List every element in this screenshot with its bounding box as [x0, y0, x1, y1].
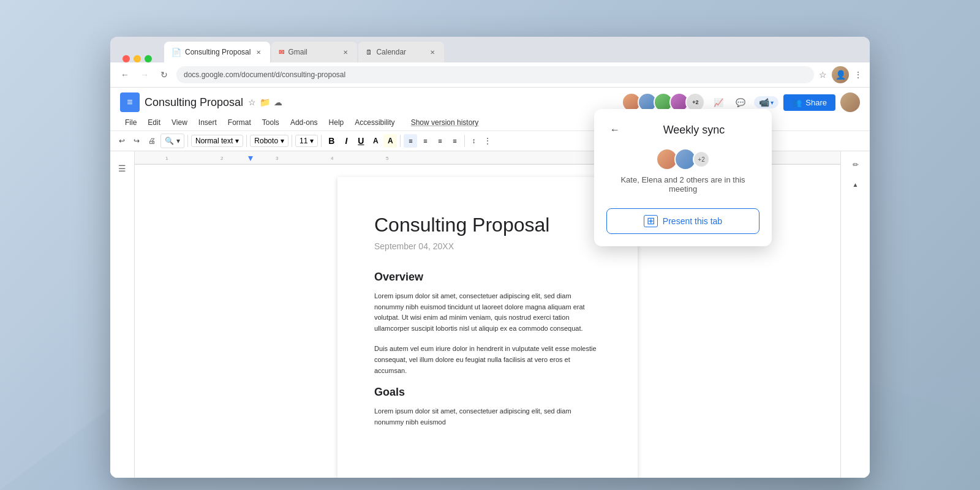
traffic-lights	[115, 55, 159, 62]
activity-icon[interactable]: 📈	[710, 94, 727, 111]
more-options-button[interactable]: ⋮	[480, 134, 495, 148]
docs-right-toolbar: ✏ ▲	[840, 151, 870, 478]
menu-file[interactable]: File	[120, 116, 141, 129]
document-page: Consulting Proposal September 04, 20XX O…	[337, 177, 638, 478]
underline-button[interactable]: U	[354, 134, 368, 148]
svg-text:4: 4	[331, 156, 334, 161]
meet-popup-avatars: +2	[606, 148, 760, 170]
print-button[interactable]: 🖨	[145, 134, 159, 148]
align-justify-button[interactable]: ≡	[448, 134, 461, 148]
text-color-button[interactable]: A	[369, 134, 382, 148]
docs-left-sidebar: ☰	[110, 151, 135, 478]
bookmark-icon[interactable]: ☆	[819, 70, 827, 80]
user-profile-avatar[interactable]	[840, 92, 860, 112]
tab-calendar[interactable]: 🗓 Calendar ✕	[358, 42, 444, 62]
meet-popup-back-button[interactable]: ←	[606, 121, 624, 138]
tab-gmail-label: Gmail	[288, 48, 307, 56]
url-text: docs.google.com/document/d/consulting-pr…	[184, 70, 345, 79]
toolbar-separator-6	[464, 135, 465, 147]
font-label: Roboto	[254, 137, 278, 145]
forward-button[interactable]: →	[137, 67, 152, 82]
style-select[interactable]: Normal text ▾	[191, 135, 243, 147]
tab-calendar-close[interactable]: ✕	[428, 48, 437, 56]
collapse-button[interactable]: ▲	[847, 176, 864, 193]
align-center-button[interactable]: ≡	[418, 134, 432, 148]
cloud-icon[interactable]: ☁	[274, 97, 282, 107]
calendar-favicon: 🗓	[366, 48, 372, 56]
tab-docs-close[interactable]: ✕	[254, 48, 263, 56]
document-main-title: Consulting Proposal	[374, 214, 601, 236]
meet-popup-description: Kate, Elena and 2 others are in this mee…	[606, 175, 760, 194]
zoom-select[interactable]: 🔍 ▾	[160, 134, 184, 148]
meet-avatar-count: +2	[693, 151, 710, 168]
fontsize-label: 11	[300, 137, 307, 145]
overview-paragraph-1: Lorem ipsum dolor sit amet, consectetuer…	[374, 291, 601, 334]
line-spacing-button[interactable]: ↕	[468, 134, 479, 148]
bold-button[interactable]: B	[325, 134, 338, 148]
document-date: September 04, 20XX	[374, 241, 601, 251]
toolbar-separator-4	[321, 135, 322, 147]
address-bar: ← → ↻ docs.google.com/document/d/consult…	[110, 62, 870, 88]
tab-gmail-close[interactable]: ✕	[341, 48, 350, 56]
present-tab-button[interactable]: ⊞ Present this tab	[606, 208, 760, 234]
folder-icon[interactable]: 📁	[260, 97, 270, 107]
redo-button[interactable]: ↪	[130, 134, 143, 148]
fontsize-select[interactable]: 11 ▾	[295, 135, 318, 147]
menu-help[interactable]: Help	[324, 116, 349, 129]
browser-menu-icon[interactable]: ⋮	[854, 70, 862, 80]
url-bar[interactable]: docs.google.com/document/d/consulting-pr…	[176, 66, 814, 83]
meet-button[interactable]: 📹 ▾	[754, 96, 778, 108]
menu-tools[interactable]: Tools	[257, 116, 284, 129]
present-btn-label: Present this tab	[663, 216, 722, 226]
tab-docs[interactable]: 📄 Consulting Proposal ✕	[164, 42, 270, 62]
docs-app-icon: ≡	[120, 92, 140, 112]
goals-paragraph-1: Lorem ipsum dolor sit amet, consectetuer…	[374, 406, 601, 428]
zoom-icon: 🔍	[165, 137, 174, 145]
meet-popup: ← Weekly sync +2 Kate, Elena and 2 other…	[594, 109, 772, 246]
close-button[interactable]	[123, 55, 130, 62]
minimize-button[interactable]	[134, 55, 141, 62]
meet-popup-title: Weekly sync	[628, 124, 760, 137]
meet-popup-header: ← Weekly sync	[606, 121, 760, 138]
toolbar-separator-2	[246, 135, 247, 147]
align-left-button[interactable]: ≡	[404, 134, 417, 148]
version-history-button[interactable]: Show version history	[411, 118, 479, 127]
share-icon: 👥	[792, 98, 802, 107]
highlight-button[interactable]: A	[383, 134, 397, 148]
toolbar-separator-1	[187, 135, 188, 147]
refresh-button[interactable]: ↻	[157, 67, 172, 82]
italic-button[interactable]: I	[339, 134, 353, 148]
docs-title-icons: ☆ 📁 ☁	[248, 97, 282, 107]
svg-text:1: 1	[165, 156, 168, 161]
overview-paragraph-2: Duis autem vel eum iriure dolor in hendr…	[374, 344, 601, 376]
edit-mode-button[interactable]: ✏	[847, 156, 864, 173]
fontsize-dropdown-icon: ▾	[310, 137, 314, 145]
undo-button[interactable]: ↩	[115, 134, 129, 148]
menu-view[interactable]: View	[167, 116, 192, 129]
outline-icon[interactable]: ☰	[115, 161, 130, 176]
align-right-button[interactable]: ≡	[433, 134, 447, 148]
menu-format[interactable]: Format	[223, 116, 256, 129]
meet-dropdown-icon: ▾	[771, 99, 774, 106]
svg-text:5: 5	[386, 156, 389, 161]
style-label: Normal text	[195, 137, 233, 145]
menu-edit[interactable]: Edit	[143, 116, 165, 129]
back-button[interactable]: ←	[118, 67, 132, 82]
menu-insert[interactable]: Insert	[194, 116, 222, 129]
document-title[interactable]: Consulting Proposal	[145, 96, 243, 109]
meet-icon: 📹	[759, 97, 769, 107]
tab-docs-label: Consulting Proposal	[185, 48, 251, 56]
browser-profile-avatar[interactable]: 👤	[832, 66, 849, 83]
font-select[interactable]: Roboto ▾	[250, 135, 288, 147]
comments-icon[interactable]: 💬	[732, 94, 749, 111]
maximize-button[interactable]	[145, 55, 152, 62]
browser-window: 📄 Consulting Proposal ✕ ✉ Gmail ✕ 🗓 Cale…	[110, 37, 870, 478]
docs-favicon: 📄	[172, 48, 181, 57]
menu-accessibility[interactable]: Accessibility	[350, 116, 399, 129]
star-icon[interactable]: ☆	[248, 97, 256, 107]
tab-gmail[interactable]: ✉ Gmail ✕	[271, 42, 357, 62]
share-button[interactable]: 👥 Share	[783, 94, 835, 111]
font-dropdown-icon: ▾	[281, 137, 284, 145]
menu-addons[interactable]: Add-ons	[285, 116, 323, 129]
zoom-value: ▾	[176, 137, 180, 145]
